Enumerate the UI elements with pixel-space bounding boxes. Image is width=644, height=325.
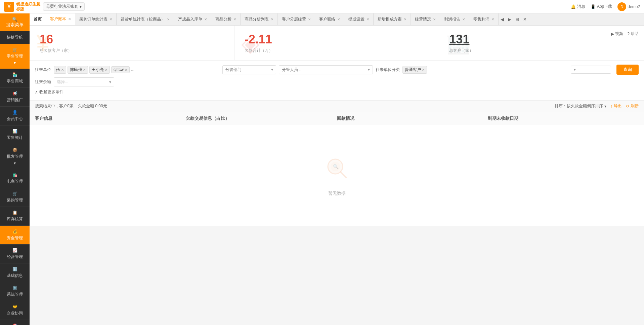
- sidebar-item-member-center[interactable]: 👤 会员中心: [0, 107, 30, 125]
- store-selector[interactable]: 母婴行业演示账套 ▾: [43, 2, 85, 11]
- filter-select-category-dropdown[interactable]: ▾: [571, 66, 611, 74]
- sidebar-item-purchase[interactable]: 🛒 采购管理: [0, 188, 30, 207]
- filter-tags-unit: 伍 ✕ 陈民强 ✕ 王小亮 ✕ cjttcw ✕: [54, 66, 220, 74]
- filter-tag-wang: 王小亮 ✕: [89, 66, 110, 74]
- sidebar-item-inventory[interactable]: 📋 库存核算: [0, 207, 30, 226]
- empty-state: 🔍 暂无数据: [303, 135, 371, 217]
- col-credit-info: 欠款交易信息（占比）: [186, 115, 337, 121]
- col-payment-status: 回款情况: [337, 115, 488, 121]
- sidebar-item-retail-stats[interactable]: 📊 零售统计: [0, 125, 30, 144]
- stat-bg-diamond: ◈: [241, 29, 259, 57]
- filter-tags-category: 普通客户 ✕: [402, 66, 568, 74]
- bell-icon: 🔔: [571, 4, 576, 9]
- tab-promotion-settings[interactable]: 提成设置 ✕: [344, 13, 374, 26]
- video-help-btn[interactable]: ▶ 视频: [611, 31, 623, 37]
- top-bar: ¥ 畅捷通好生意 标版 母婴行业演示账套 ▾ 🔔 消息 📱 App下载 D de…: [0, 0, 644, 13]
- tab-new-promotion[interactable]: 新增提成方案 ✕: [374, 13, 411, 26]
- tab-close-customer-cost[interactable]: ✕: [68, 17, 71, 21]
- logo-area: ¥ 畅捷通好生意 标版: [4, 2, 40, 12]
- filter-tag-normal-customer: 普通客户 ✕: [402, 66, 427, 74]
- refresh-btn[interactable]: ↺ 刷新: [626, 103, 639, 109]
- balance-arrow-icon: ▾: [109, 80, 111, 84]
- export-btn[interactable]: ↑ 导出: [610, 103, 622, 109]
- tab-profit-report[interactable]: 利润报告 ✕: [440, 13, 469, 26]
- tab-purchase-stats[interactable]: 进货单统计表（按商品） ✕: [117, 13, 174, 26]
- tab-customer-contact[interactable]: 客户联络 ✕: [315, 13, 344, 26]
- tab-close-segment[interactable]: ✕: [308, 17, 311, 21]
- tab-customer-segment[interactable]: 客户分层经营 ✕: [278, 13, 315, 26]
- tab-product-analysis-list[interactable]: 商品分析列表 ✕: [241, 13, 278, 26]
- tab-business[interactable]: 经营情况 ✕: [411, 13, 440, 26]
- svg-line-1: [341, 172, 346, 178]
- page-actions: ▶ 视频 ? 帮助: [611, 31, 639, 37]
- sidebar-item-finance[interactable]: 💰 资金管理: [0, 226, 30, 245]
- tab-close-business[interactable]: ✕: [433, 17, 436, 21]
- mall-icon: 🏪: [12, 72, 17, 77]
- query-button[interactable]: 查询: [616, 65, 639, 75]
- tab-customer-cost[interactable]: 客户账本 ✕: [46, 13, 75, 26]
- content-area: 首页 客户账本 ✕ 采购订单统计表 ✕ 进货单统计表（按商品） ✕ 产成品入库单…: [30, 13, 644, 325]
- tab-nav-expand[interactable]: ⊞: [513, 13, 521, 26]
- marketing-icon: 📢: [12, 91, 17, 96]
- tab-nav-prev[interactable]: ◀: [499, 13, 506, 26]
- tag-close-normal[interactable]: ✕: [422, 68, 425, 72]
- tab-close-new-promotion[interactable]: ✕: [404, 17, 406, 21]
- tab-close-product-list[interactable]: ✕: [271, 17, 273, 21]
- stat-card-credit-customers: ¥ 16 总欠款客户（家）: [30, 26, 234, 60]
- tag-close-cjttcw[interactable]: ✕: [125, 68, 127, 72]
- logo-icon: ¥: [4, 2, 14, 12]
- tab-close-purchase-stats[interactable]: ✕: [167, 17, 170, 21]
- tab-close-promotion[interactable]: ✕: [367, 17, 369, 21]
- collapse-btn[interactable]: ∧ 收起更多条件: [35, 89, 639, 95]
- tab-home[interactable]: 首页: [30, 13, 46, 26]
- tab-product-analysis[interactable]: 商品分析 ✕: [211, 13, 241, 26]
- tab-close-profit[interactable]: ✕: [462, 17, 465, 21]
- sidebar-item-operations[interactable]: 📈 经营管理: [0, 245, 30, 263]
- sidebar-item-retail-mall[interactable]: 🏪 零售商城: [0, 69, 30, 88]
- tab-nav-next[interactable]: ▶: [506, 13, 513, 26]
- tab-retail-profit[interactable]: 零售利润 ✕: [469, 13, 499, 26]
- filter-row-balance: 往来余额 选择... ▾: [35, 77, 639, 86]
- tab-close-contact[interactable]: ✕: [337, 17, 340, 21]
- help-btn[interactable]: ? 帮助: [627, 31, 639, 37]
- filter-section: 往来单位 伍 ✕ 陈民强 ✕ 王小亮 ✕: [30, 61, 644, 101]
- sidebar-item-new-guide[interactable]: 🎯 新手引导: [0, 320, 30, 325]
- table-body: 🔍 暂无数据: [30, 125, 644, 226]
- sidebar-item-retail-mgmt[interactable]: 🛒 零售管理 ▾: [0, 44, 30, 69]
- sidebar-item-ecommerce[interactable]: 🛍️ 电商管理: [0, 169, 30, 188]
- sidebar-item-basic-info[interactable]: ℹ️ 基础信息: [0, 263, 30, 282]
- coop-icon: 🤝: [12, 304, 17, 309]
- sidebar-item-marketing[interactable]: 📢 营销推广: [0, 88, 30, 107]
- tab-purchase-order-stats[interactable]: 采购订单统计表 ✕: [75, 13, 117, 26]
- tab-close-purchase-order[interactable]: ✕: [110, 17, 112, 21]
- stats-icon: 📊: [12, 129, 17, 134]
- empty-text: 暂无数据: [328, 190, 346, 196]
- help-icon: ?: [627, 32, 630, 36]
- tab-close-all[interactable]: ✕: [521, 13, 529, 26]
- filter-more-btn[interactable]: ...: [131, 67, 134, 72]
- tag-close-wang[interactable]: ✕: [105, 68, 108, 72]
- filter-row-unit: 往来单位 伍 ✕ 陈民强 ✕ 王小亮 ✕: [35, 65, 639, 75]
- sidebar-item-enterprise-coop[interactable]: 🤝 企业协同: [0, 301, 30, 320]
- tab-close-production[interactable]: ✕: [204, 17, 207, 21]
- user-menu[interactable]: D demo2: [617, 2, 640, 11]
- sort-selector[interactable]: 排序：按欠款金额倒序排序 ▾: [555, 103, 606, 109]
- tab-close-product-analysis[interactable]: ✕: [233, 17, 236, 21]
- sidebar-item-quick-nav[interactable]: 快捷导航: [0, 31, 30, 44]
- tab-production-entry[interactable]: 产成品入库单 ✕: [174, 13, 211, 26]
- filter-select-dept[interactable]: 分管部门 ▾: [222, 65, 276, 74]
- sidebar-item-system[interactable]: ⚙️ 系统管理: [0, 282, 30, 301]
- tag-close-chen[interactable]: ✕: [83, 68, 86, 72]
- filter-select-balance[interactable]: 选择... ▾: [54, 77, 114, 86]
- filter-select-person[interactable]: 分管人员 ... ▾: [279, 65, 373, 74]
- sidebar-item-search-menu[interactable]: 🔍 搜索菜单: [0, 13, 30, 31]
- filter-label-unit: 往来单位: [35, 67, 51, 73]
- tab-close-retail-profit[interactable]: ✕: [491, 17, 494, 21]
- app-download-btn[interactable]: 📱 App下载: [591, 4, 612, 9]
- export-icon: ↑: [610, 104, 612, 109]
- table-header: 客户信息 欠款交易信息（占比） 回款情况 到期未收款日期: [30, 112, 644, 125]
- message-btn[interactable]: 🔔 消息: [571, 4, 585, 9]
- sidebar-item-wholesale-mgmt[interactable]: 📦 批发管理 ▾: [0, 144, 30, 169]
- tag-close-e[interactable]: ✕: [61, 68, 64, 72]
- sort-arrow-icon: ▾: [604, 104, 606, 109]
